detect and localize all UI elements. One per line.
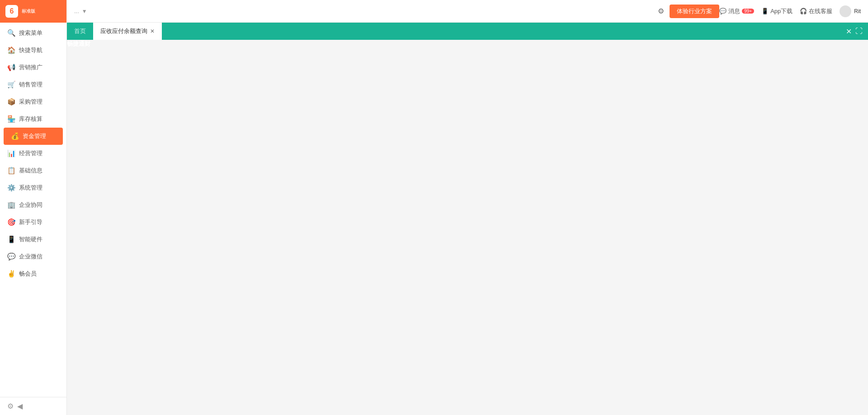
user-profile[interactable]: Rit [840,5,861,17]
home-icon: 🏠 [7,46,15,54]
avatar [840,5,851,17]
message-icon: 💬 [719,8,726,14]
hardware-icon: 📱 [7,235,15,243]
tab-accounts[interactable]: 应收应付余额查询 ✕ [93,23,162,40]
sidebar-item-finance[interactable]: 💰 资金管理 [4,128,63,145]
sidebar-item-basic-info[interactable]: 📋 基础信息 [0,162,66,179]
service-icon: 🎧 [800,8,807,14]
header-actions: 💬 消息 99+ 📱 App下载 🎧 在线客服 Rit [719,5,861,17]
search-icon: 🔍 [7,29,15,37]
system-icon: ⚙️ [7,184,15,192]
app-download-action[interactable]: 📱 App下载 [761,7,793,15]
marketing-icon: 📢 [7,63,15,72]
sidebar: 6 畅捷通财 标准版 🔍 搜索菜单 🏠 快捷导航 📢 营销推广 🛒 销售管理 📦… [0,0,67,415]
sidebar-item-hardware[interactable]: 📱 智能硬件 [0,231,66,248]
wechat-icon: 💬 [7,253,15,261]
header-settings-icon[interactable]: ⚙ [658,7,664,15]
sidebar-settings-icon[interactable]: ⚙ [7,402,14,410]
logo-text: 畅捷通财 标准版 [22,8,35,14]
sidebar-collapse-icon[interactable]: ◀ [17,402,23,410]
sidebar-nav: 🔍 搜索菜单 🏠 快捷导航 📢 营销推广 🛒 销售管理 📦 采购管理 🏪 库存核… [0,23,66,397]
inventory-icon: 🏪 [7,115,15,123]
sidebar-item-purchase[interactable]: 📦 采购管理 [0,93,66,110]
tab-bar: 首页 应收应付余额查询 ✕ ✕ ⛶ [67,23,868,40]
sidebar-item-operations[interactable]: 📊 经营管理 [0,145,66,162]
operations-icon: 📊 [7,149,15,157]
logo-icon: 6 [5,5,18,18]
tab-expand-icon[interactable]: ⛶ [855,27,863,35]
sidebar-footer: ⚙ ◀ [0,397,66,415]
promo-button[interactable]: 体验行业方案 [670,5,719,18]
purchase-icon: 📦 [7,98,15,106]
basic-info-icon: 📋 [7,167,15,175]
app-icon: 📱 [761,8,769,14]
finance-icon: 💰 [11,132,19,140]
service-action[interactable]: 🎧 在线客服 [800,7,832,15]
sidebar-item-enterprise[interactable]: 🏢 企业协同 [0,196,66,214]
breadcrumb: ... ▼ [74,8,652,14]
sidebar-item-guide[interactable]: 🎯 新手引导 [0,214,66,231]
tab-close-window-icon[interactable]: ✕ [846,27,852,36]
sidebar-item-wechat[interactable]: 💬 企业微信 [0,248,66,265]
sidebar-item-marketing[interactable]: 📢 营销推广 [0,59,66,76]
enterprise-icon: 🏢 [7,201,15,209]
tab-home[interactable]: 首页 [67,23,93,40]
tab-controls: ✕ ⛶ [840,27,868,36]
sidebar-item-search[interactable]: 🔍 搜索菜单 [0,24,66,42]
member-icon: ✌️ [7,270,15,278]
guide-icon: 🎯 [7,218,15,226]
breadcrumb-chevron-icon: ▼ [82,8,87,14]
sidebar-item-sales[interactable]: 🛒 销售管理 [0,76,66,93]
message-action[interactable]: 💬 消息 99+ [719,7,754,15]
sidebar-logo: 6 畅捷通财 标准版 [0,0,66,23]
sidebar-item-system[interactable]: ⚙️ 系统管理 [0,179,66,196]
sidebar-item-quick-nav[interactable]: 🏠 快捷导航 [0,42,66,59]
sidebar-item-inventory[interactable]: 🏪 库存核算 [0,110,66,128]
tab-close-icon[interactable]: ✕ [150,28,155,34]
sales-icon: 🛒 [7,81,15,89]
sidebar-item-member[interactable]: ✌️ 畅会员 [0,265,66,282]
header: ... ▼ ⚙ 体验行业方案 💬 消息 99+ 📱 App下载 🎧 在线客服 R… [67,0,868,23]
